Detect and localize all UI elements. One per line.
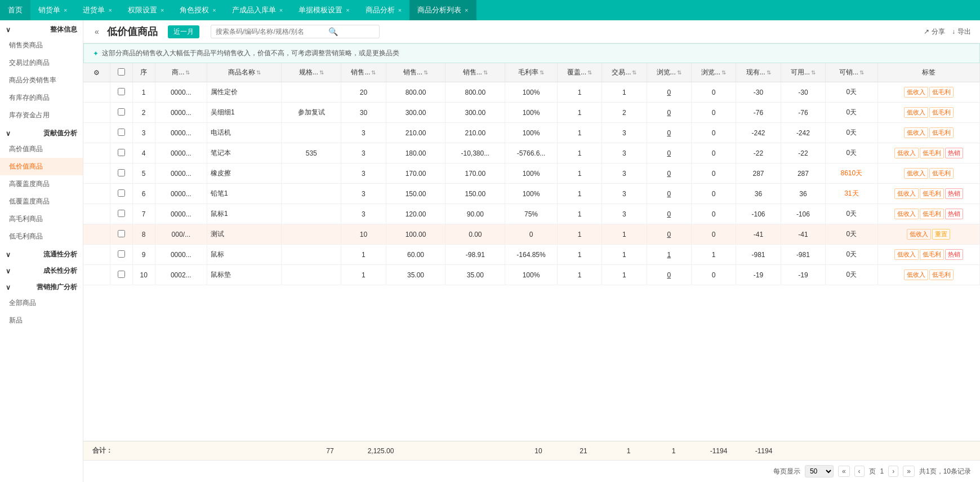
- row-select[interactable]: [118, 108, 125, 116]
- row-checkbox[interactable]: [110, 143, 133, 163]
- th-sales-amount[interactable]: 销售...⇅: [446, 63, 505, 82]
- th-current[interactable]: 现有...⇅: [736, 63, 781, 82]
- sidebar-item-高覆盖度商品[interactable]: 高覆盖度商品: [0, 175, 83, 193]
- sidebar-item-高毛利商品[interactable]: 高毛利商品: [0, 210, 83, 228]
- nav-item-首页[interactable]: 首页: [0, 0, 30, 20]
- row-checkbox[interactable]: [110, 82, 133, 103]
- sidebar-section-贡献值分析[interactable]: ∨ 贡献值分析: [0, 124, 83, 140]
- nav-item-商品分析列表[interactable]: 商品分析列表×: [409, 0, 476, 20]
- th-sales-qty[interactable]: 销售...⇅: [341, 63, 386, 82]
- collapse-btn[interactable]: «: [92, 26, 101, 37]
- th-margin[interactable]: 毛利率⇅: [505, 63, 558, 82]
- close-icon[interactable]: ×: [212, 7, 216, 14]
- close-icon[interactable]: ×: [279, 7, 283, 14]
- sidebar-item-库存资金占用[interactable]: 库存资金占用: [0, 107, 83, 124]
- th-spec[interactable]: 规格...⇅: [282, 63, 341, 82]
- sidebar-item-新品[interactable]: 新品: [0, 312, 83, 329]
- row-views1[interactable]: 0: [647, 224, 691, 245]
- row-select[interactable]: [118, 189, 125, 197]
- sidebar-item-有库存的商品[interactable]: 有库存的商品: [0, 89, 83, 107]
- close-icon[interactable]: ×: [108, 7, 112, 14]
- row-views1[interactable]: 0: [647, 184, 691, 204]
- row-views1[interactable]: 0: [647, 143, 691, 163]
- row-checkbox[interactable]: [110, 245, 133, 265]
- row-views1[interactable]: 1: [647, 245, 691, 265]
- last-page-btn[interactable]: »: [903, 466, 915, 477]
- row-views1[interactable]: 0: [647, 82, 691, 103]
- nav-item-产成品入库单[interactable]: 产成品入库单×: [224, 0, 291, 20]
- prev-page-btn[interactable]: ‹: [854, 466, 865, 477]
- th-coverage[interactable]: 覆盖...⇅: [557, 63, 602, 82]
- export-btn[interactable]: ↓ 导出: [952, 27, 971, 37]
- th-checkbox[interactable]: [110, 63, 133, 82]
- th-code[interactable]: 商...⇅: [155, 63, 207, 82]
- row-checkbox[interactable]: [110, 204, 133, 224]
- select-all-checkbox[interactable]: [118, 68, 125, 76]
- page-size-select[interactable]: 501020100: [805, 465, 834, 477]
- nav-item-权限设置[interactable]: 权限设置×: [120, 0, 172, 20]
- row-tags: 低收入低毛利: [877, 265, 979, 285]
- sidebar-item-交易过的商品[interactable]: 交易过的商品: [0, 54, 83, 72]
- row-checkbox[interactable]: [110, 103, 133, 123]
- th-transaction[interactable]: 交易...⇅: [602, 63, 647, 82]
- th-name[interactable]: 商品名称⇅: [207, 63, 282, 82]
- nav-item-进货单[interactable]: 进货单×: [75, 0, 119, 20]
- sidebar-item-高价值商品[interactable]: 高价值商品: [0, 140, 83, 158]
- row-views1[interactable]: 0: [647, 265, 691, 285]
- table-wrapper[interactable]: ⚙ 序 商...⇅ 商品名称⇅ 规格...⇅ 销售...⇅ 销售...⇅ 销售.…: [83, 63, 980, 441]
- nav-item-销货单[interactable]: 销货单×: [30, 0, 75, 20]
- row-select[interactable]: [118, 149, 125, 156]
- row-select[interactable]: [118, 129, 125, 136]
- sidebar-section-整体信息[interactable]: ∨ 整体信息: [0, 20, 83, 37]
- sidebar-item-低价值商品[interactable]: 低价值商品: [0, 158, 83, 175]
- row-select[interactable]: [118, 169, 125, 176]
- nav-item-商品分析[interactable]: 商品分析×: [358, 0, 409, 20]
- search-icon[interactable]: 🔍: [328, 27, 338, 36]
- first-page-btn[interactable]: «: [838, 466, 850, 477]
- row-checkbox[interactable]: [110, 184, 133, 204]
- sidebar-item-全部商品[interactable]: 全部商品: [0, 294, 83, 312]
- row-select[interactable]: [118, 271, 125, 278]
- row-views2: 0: [691, 143, 736, 163]
- nav-item-单据模板设置[interactable]: 单据模板设置×: [291, 0, 357, 20]
- row-views1[interactable]: 0: [647, 163, 691, 184]
- close-icon[interactable]: ×: [465, 7, 468, 14]
- th-available[interactable]: 可用...⇅: [781, 63, 825, 82]
- th-views1[interactable]: 浏览...⇅: [647, 63, 691, 82]
- close-icon[interactable]: ×: [398, 7, 402, 14]
- row-checkbox[interactable]: [110, 163, 133, 184]
- row-views1[interactable]: 0: [647, 123, 691, 143]
- row-checkbox[interactable]: [110, 123, 133, 143]
- row-select[interactable]: [118, 88, 125, 95]
- th-settings[interactable]: ⚙: [83, 63, 110, 82]
- sidebar-item-商品分类销售率[interactable]: 商品分类销售率: [0, 72, 83, 89]
- share-btn[interactable]: ↗ 分享: [924, 27, 945, 37]
- row-checkbox[interactable]: [110, 224, 133, 245]
- row-transaction: 3: [602, 163, 647, 184]
- period-btn[interactable]: 近一月: [168, 25, 199, 38]
- next-page-btn[interactable]: ›: [888, 466, 898, 477]
- row-seq: 2: [132, 103, 155, 123]
- sidebar-item-低毛利商品[interactable]: 低毛利商品: [0, 228, 83, 245]
- sidebar-item-低覆盖度商品[interactable]: 低覆盖度商品: [0, 193, 83, 210]
- row-available: 36: [781, 184, 825, 204]
- row-select[interactable]: [118, 230, 125, 237]
- th-sales-price[interactable]: 销售...⇅: [386, 63, 446, 82]
- th-seq: 序: [132, 63, 155, 82]
- sidebar-section-成长性分析[interactable]: ∨ 成长性分析: [0, 262, 83, 278]
- sidebar-section-营销推广分析[interactable]: ∨ 营销推广分析: [0, 278, 83, 294]
- close-icon[interactable]: ×: [161, 7, 164, 14]
- row-checkbox[interactable]: [110, 265, 133, 285]
- row-views1[interactable]: 0: [647, 103, 691, 123]
- row-views1[interactable]: 0: [647, 204, 691, 224]
- nav-item-角色授权[interactable]: 角色授权×: [172, 0, 224, 20]
- search-input[interactable]: [216, 28, 328, 36]
- close-icon[interactable]: ×: [346, 7, 349, 14]
- row-select[interactable]: [118, 210, 125, 217]
- close-icon[interactable]: ×: [64, 7, 67, 14]
- sidebar-item-销售类商品[interactable]: 销售类商品: [0, 37, 83, 54]
- sidebar-section-流通性分析[interactable]: ∨ 流通性分析: [0, 245, 83, 262]
- th-views2[interactable]: 浏览...⇅: [691, 63, 736, 82]
- th-saleable[interactable]: 可销...⇅: [826, 63, 878, 82]
- row-select[interactable]: [118, 250, 125, 258]
